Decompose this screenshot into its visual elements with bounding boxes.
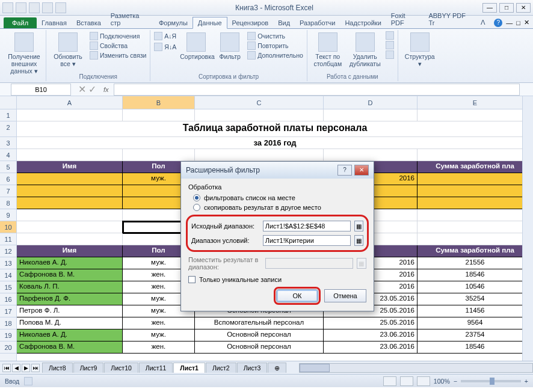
row-header[interactable]: 17 — [0, 305, 16, 317]
tab-developer[interactable]: Разработчи — [295, 17, 340, 28]
sheet-tab[interactable]: Лист1 — [173, 363, 205, 373]
dialog-close-button[interactable]: ✕ — [354, 165, 369, 176]
doc-minimize-button[interactable]: — — [506, 19, 513, 26]
row-header[interactable]: 2 — [0, 121, 16, 137]
maximize-button[interactable]: □ — [499, 3, 514, 13]
qat-more-icon[interactable] — [55, 2, 66, 13]
row-header[interactable]: 20 — [0, 341, 16, 354]
row-header[interactable]: 6 — [0, 173, 16, 185]
radio-icon[interactable] — [193, 204, 200, 211]
sheet-tab[interactable]: Лист11 — [139, 363, 173, 373]
source-range-input[interactable] — [263, 221, 351, 231]
tab-nav-next[interactable]: ▶ — [22, 364, 30, 372]
view-normal-button[interactable] — [383, 376, 396, 386]
sheet-tab[interactable]: Лист9 — [73, 363, 104, 373]
sheet-tab[interactable]: Лист2 — [206, 363, 236, 373]
row-header[interactable]: 7 — [0, 185, 16, 197]
tab-review[interactable]: Рецензиров — [227, 17, 274, 28]
tab-addins[interactable]: Надстройки — [340, 17, 386, 28]
cancel-button[interactable]: Отмена — [324, 289, 366, 302]
tab-nav-prev[interactable]: ◀ — [12, 364, 20, 372]
close-button[interactable]: ✕ — [516, 3, 531, 13]
sort-az-button[interactable]: А↓Я — [154, 31, 176, 41]
whatif-icon[interactable] — [386, 51, 394, 59]
checkbox-icon[interactable] — [188, 276, 196, 283]
row-header[interactable]: 9 — [0, 209, 16, 221]
col-header[interactable]: E — [417, 96, 533, 109]
edit-links-button[interactable]: Изменить связи — [90, 51, 146, 60]
tab-view[interactable]: Вид — [273, 17, 295, 28]
file-tab[interactable]: Файл — [4, 17, 37, 28]
col-header[interactable]: C — [195, 96, 324, 109]
properties-button[interactable]: Свойства — [90, 41, 146, 51]
doc-close-button[interactable]: ✕ — [524, 19, 529, 26]
connections-button[interactable]: Подключения — [90, 31, 146, 41]
row-header[interactable]: 13 — [0, 257, 16, 269]
reapply-filter-button[interactable]: Повторить — [247, 41, 303, 51]
column-headers[interactable]: A B C D E — [17, 96, 533, 109]
consolidate-icon[interactable] — [386, 41, 394, 49]
remove-duplicates-button[interactable]: Удалить дубликаты — [348, 31, 382, 67]
row-header[interactable]: 5 — [0, 161, 16, 173]
dialog-help-button[interactable]: ? — [337, 165, 352, 176]
macro-record-icon[interactable] — [24, 377, 32, 385]
doc-restore-button[interactable]: □ — [516, 19, 520, 26]
tab-data[interactable]: Данные — [193, 17, 227, 29]
sheet-tab[interactable]: Лист8 — [42, 363, 73, 373]
text-to-columns-button[interactable]: Текст по столбцам — [311, 31, 345, 67]
row-header[interactable]: 18 — [0, 317, 16, 329]
undo-icon[interactable] — [29, 2, 40, 13]
fx-icon[interactable]: fx — [103, 86, 109, 93]
zoom-slider[interactable] — [461, 380, 521, 382]
row-header[interactable]: 15 — [0, 281, 16, 293]
row-header[interactable]: 19 — [0, 329, 16, 341]
col-header[interactable]: D — [324, 96, 417, 109]
zoom-level[interactable]: 100% — [434, 378, 450, 385]
zoom-out-button[interactable]: − — [454, 378, 457, 385]
data-validation-icon[interactable] — [386, 31, 394, 40]
row-header[interactable]: 11 — [0, 233, 16, 245]
filter-button[interactable]: Фильтр — [216, 31, 244, 60]
source-range-picker[interactable]: ▦ — [354, 221, 363, 231]
row-header[interactable]: 16 — [0, 293, 16, 305]
zoom-in-button[interactable]: + — [525, 378, 528, 385]
horizontal-scrollbar[interactable] — [299, 363, 533, 373]
row-header[interactable]: 4 — [0, 149, 16, 161]
ok-button[interactable]: ОК — [276, 289, 318, 302]
minimize-button[interactable]: — — [482, 3, 497, 13]
sheet-tab[interactable]: Лист10 — [104, 363, 138, 373]
tab-foxit[interactable]: Foxit PDF — [386, 10, 424, 28]
formula-input[interactable] — [114, 84, 520, 96]
row-header[interactable]: 10 — [0, 221, 16, 233]
vertical-scrollbar[interactable] — [522, 96, 533, 361]
col-header[interactable]: A — [17, 96, 123, 109]
name-box[interactable] — [11, 84, 71, 96]
new-sheet-button[interactable]: ⊕ — [268, 363, 286, 373]
redo-icon[interactable] — [42, 2, 53, 13]
refresh-all-button[interactable]: Обновить все ▾ — [50, 31, 86, 67]
tab-insert[interactable]: Вставка — [72, 17, 106, 28]
advanced-filter-button[interactable]: Дополнительно — [247, 51, 303, 60]
dialog-titlebar[interactable]: Расширенный фильтр ? ✕ — [181, 162, 374, 179]
row-header[interactable]: 3 — [0, 137, 16, 149]
sheet-tab[interactable]: Лист3 — [237, 363, 268, 373]
row-header[interactable]: 8 — [0, 197, 16, 209]
outline-button[interactable]: Структура ▾ — [402, 31, 438, 67]
radio-copy-elsewhere[interactable]: скопировать результат в другое место — [188, 203, 366, 212]
clear-filter-button[interactable]: Очистить — [247, 31, 303, 41]
sort-za-button[interactable]: Я↓А — [154, 42, 176, 52]
row-header[interactable]: 12 — [0, 245, 16, 257]
save-icon[interactable] — [16, 2, 26, 13]
ribbon-minimize[interactable]: ᐱ — [476, 17, 490, 28]
table-cell[interactable]: Николаев А. Д. — [17, 257, 123, 269]
radio-filter-inplace[interactable]: фильтровать список на месте — [188, 193, 366, 203]
radio-icon[interactable] — [193, 194, 200, 201]
view-layout-button[interactable] — [400, 376, 413, 386]
criteria-range-picker[interactable]: ▦ — [354, 235, 363, 246]
col-header[interactable]: B — [123, 96, 195, 109]
tab-nav-last[interactable]: ⏭ — [31, 364, 40, 372]
unique-records-checkbox[interactable]: Только уникальные записи — [188, 272, 366, 284]
sort-button[interactable]: Сортировка — [180, 31, 212, 60]
tab-pagelayout[interactable]: Разметка стр — [106, 10, 154, 28]
get-external-data-button[interactable]: Получение внешних данных ▾ — [6, 31, 42, 75]
